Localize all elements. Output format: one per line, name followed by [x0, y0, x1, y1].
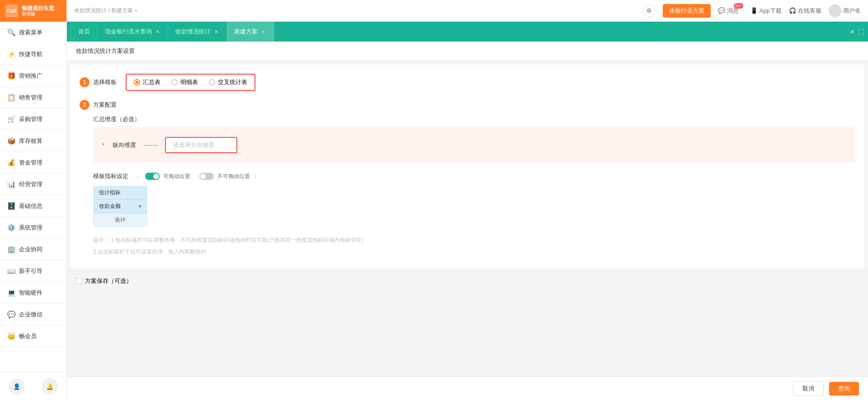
sidebar-item-label: 销售管理 [19, 94, 42, 102]
indicator-header: 模板指标设定 （ 可拖动位置 不可拖动位置 ） [93, 172, 855, 180]
tab-receipt-close[interactable]: ✕ [213, 28, 219, 36]
tab-close-all-icon[interactable]: ✕ [850, 28, 855, 35]
page-title-bar: 收款情况统计方案设置 [67, 42, 868, 61]
radio-cross-btn[interactable] [209, 79, 215, 85]
logo-text: 畅捷通好生意 [22, 5, 54, 11]
step2-circle: 2 [80, 100, 90, 110]
dimension-container: * 纵向维度 —— 请选择分组维度 [93, 127, 855, 163]
save-option-checkbox[interactable]: 方案保存（可选） [76, 277, 132, 285]
sidebar-item-label: 企业微信 [19, 311, 42, 319]
sidebar-item-basic-info[interactable]: 🗄️ 基础信息 [0, 195, 66, 217]
sidebar-item-hardware[interactable]: 💻 智能硬件 [0, 282, 66, 304]
step2-section: 2 方案配置 汇总维度（必选） * 纵向维度 —— 请选择分组维度 [80, 100, 855, 257]
hardware-icon: 💻 [7, 289, 15, 297]
sidebar-item-wechat[interactable]: 💬 企业微信 [0, 304, 66, 325]
edition-tag: 标准版 [22, 11, 54, 17]
step1-circle: 1 [80, 77, 90, 87]
sidebar-item-quick-nav[interactable]: ⚡ 快捷导航 [0, 43, 66, 65]
tab-home[interactable]: 首页 [71, 22, 98, 42]
tips-section: 提示： 1.拖动标题栏可以调整布局，不可跨维度或指标区域拖动栏目字段(只能在同一… [93, 235, 855, 257]
sidebar-item-label: 新手引导 [19, 267, 42, 275]
message-badge[interactable]: 💬 99+ 消息 [718, 7, 743, 15]
sidebar-item-system[interactable]: ⚙️ 系统管理 [0, 217, 66, 239]
sidebar-item-label: 系统管理 [19, 224, 42, 232]
sidebar-item-purchase[interactable]: 🛒 采购管理 [0, 108, 66, 130]
logo-icon: CaR [5, 5, 18, 17]
stats-table: 统计指标 收款金额 ▾ 合计 [93, 186, 147, 227]
cancel-button[interactable]: 取消 [793, 381, 824, 396]
indicator-section: 模板指标设定 （ 可拖动位置 不可拖动位置 ） 统计指标 [93, 172, 855, 228]
query-button[interactable]: 查询 [829, 382, 859, 395]
draggable-toggle[interactable] [145, 173, 160, 180]
online-service[interactable]: 🎧 在线客服 [789, 7, 821, 15]
search-menu-icon: 🔍 [7, 28, 15, 37]
radio-detail-btn[interactable] [171, 79, 178, 85]
radio-summary-btn[interactable] [134, 79, 140, 85]
tip-item-1: 提示： 1.拖动标题栏可以调整布局，不可跨维度或指标区域拖动栏目字段(只能在同一… [93, 235, 855, 245]
inventory-icon: 📦 [7, 137, 15, 145]
amount-label: 收款金额 [99, 202, 121, 210]
sidebar-bottom-icon1[interactable]: 👤 [9, 378, 25, 395]
industry-button[interactable]: 体验行业方案 [663, 4, 711, 18]
save-checkbox-box[interactable] [76, 278, 82, 284]
tab-receipt-label: 收款情况统计 [175, 28, 211, 36]
required-star: * [102, 142, 104, 149]
arrow-right-icon: —— [143, 141, 158, 149]
sidebar-item-search-menu[interactable]: 🔍 搜索菜单 [0, 22, 66, 43]
sidebar: CaR 畅捷通好生意 标准版 🔍 搜索菜单 ⚡ 快捷导航 🎁 营销推广 📋 销售… [0, 0, 67, 400]
guide-icon: 📖 [7, 267, 15, 275]
settings-button[interactable]: ⚙ [643, 5, 656, 17]
tab-bar: 首页 现金银行流水查询 ✕ 收款情况统计 ✕ 新建方案 ✕ ✕ ⛶ [67, 22, 868, 42]
sidebar-item-finance[interactable]: 💰 资金管理 [0, 152, 66, 174]
tab-expand-icon[interactable]: ⛶ [859, 28, 864, 35]
sidebar-item-guide[interactable]: 📖 新手引导 [0, 260, 66, 282]
tab-new-plan[interactable]: 新建方案 ✕ [227, 22, 274, 42]
sidebar-bottom-icon2[interactable]: 🔔 [42, 378, 58, 395]
step2-content: 汇总维度（必选） * 纵向维度 —— 请选择分组维度 [80, 115, 855, 257]
page-content: 收款情况统计方案设置 1 选择模板 汇总表 明细表 [67, 42, 868, 376]
sidebar-item-label: 搜索菜单 [19, 28, 42, 37]
sidebar-item-label: 营销推广 [19, 72, 42, 80]
user-name: 用户名 [843, 7, 861, 15]
dimension-title-text: 汇总维度（必选） [93, 116, 140, 122]
tab-new-plan-close[interactable]: ✕ [260, 28, 266, 36]
message-icon: 💬 [718, 7, 725, 14]
header-right-actions: 💬 99+ 消息 📱 App下载 🎧 在线客服 用户名 [718, 5, 861, 17]
main-area: 收款情况统计 / 新建方案 ▾ ⚙ 体验行业方案 💬 99+ 消息 📱 App下… [67, 0, 868, 400]
sidebar-item-label: 畅会员 [19, 332, 37, 340]
header-actions: ⚙ 体验行业方案 💬 99+ 消息 📱 App下载 🎧 在线客服 [643, 4, 861, 18]
non-draggable-toggle[interactable] [199, 173, 214, 180]
sidebar-item-label: 企业协同 [19, 245, 42, 254]
sidebar-item-inventory[interactable]: 📦 库存核算 [0, 130, 66, 152]
sidebar-item-marketing[interactable]: 🎁 营销推广 [0, 65, 66, 87]
tab-cashflow-close[interactable]: ✕ [155, 28, 160, 36]
sidebar-item-label: 智能硬件 [19, 289, 42, 297]
radio-summary[interactable]: 汇总表 [134, 78, 160, 86]
tab-receipt-stats[interactable]: 收款情况统计 ✕ [168, 22, 227, 42]
sidebar-item-member[interactable]: 👑 畅会员 [0, 325, 66, 347]
user-area[interactable]: 用户名 [829, 5, 861, 17]
message-count: 99+ [734, 3, 743, 9]
tab-bar-actions: ✕ ⛶ [850, 28, 864, 35]
sidebar-item-enterprise[interactable]: 🏢 企业协同 [0, 239, 66, 260]
sidebar-item-operation[interactable]: 📊 经营管理 [0, 174, 66, 195]
amount-row-header[interactable]: 收款金额 ▾ [94, 200, 147, 213]
step2-label: 方案配置 [93, 101, 117, 109]
sidebar-item-label: 基础信息 [19, 202, 42, 210]
radio-summary-label: 汇总表 [143, 78, 160, 86]
indicator-title: 模板指标设定 [93, 172, 128, 180]
step1-label: 选择模板 [93, 78, 117, 86]
non-draggable-label: 不可拖动位置 [217, 173, 250, 180]
dimension-select[interactable]: 请选择分组维度 [165, 137, 237, 153]
radio-cross[interactable]: 交叉统计表 [209, 78, 247, 86]
tab-cashflow-label: 现金银行流水查询 [105, 28, 152, 36]
app-download-label: App下载 [760, 7, 782, 15]
vertical-dim-label: 纵向维度 [113, 141, 136, 149]
sidebar-item-sales[interactable]: 📋 销售管理 [0, 87, 66, 108]
radio-detail[interactable]: 明细表 [171, 78, 198, 86]
bottom-bar: 取消 查询 [67, 376, 868, 400]
app-download[interactable]: 📱 App下载 [750, 7, 782, 15]
sidebar-item-label: 经营管理 [19, 180, 42, 188]
tab-cashflow[interactable]: 现金银行流水查询 ✕ [98, 22, 168, 42]
form-section: 1 选择模板 汇总表 明细表 交叉统计表 [71, 65, 864, 268]
